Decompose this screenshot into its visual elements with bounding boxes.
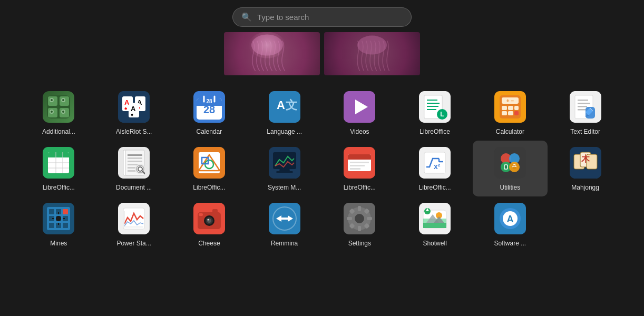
app-texteditor[interactable]: Text Editor <box>548 85 623 141</box>
app-language[interactable]: A 文 Language ... <box>247 85 322 141</box>
wallpaper-previews <box>0 32 644 75</box>
app-label-additional: Additional... <box>42 128 75 135</box>
app-mahjongg[interactable]: 木 Mahjongg <box>548 141 623 196</box>
app-icon-software: A <box>493 202 527 235</box>
svg-point-8 <box>62 99 64 101</box>
wallpaper-thumb-1[interactable] <box>224 32 320 75</box>
app-label-software: Software ... <box>494 240 526 247</box>
svg-rect-161 <box>347 217 352 220</box>
app-icon-powerstat <box>117 202 151 235</box>
app-cheese[interactable]: Cheese <box>172 196 247 252</box>
svg-text:x²: x² <box>434 162 441 171</box>
svg-point-134 <box>56 216 61 221</box>
app-label-lo-calc: LibreOffic... <box>43 184 75 191</box>
app-label-lo-math: LibreOffic... <box>419 184 451 191</box>
app-lo-impress[interactable]: LibreOffic... <box>322 141 397 196</box>
app-videos[interactable]: Videos <box>322 85 397 141</box>
svg-rect-170 <box>423 223 446 228</box>
app-icon-remmina <box>268 202 301 235</box>
svg-rect-59 <box>578 106 587 107</box>
svg-rect-42 <box>427 109 436 110</box>
app-label-sysmon: System M... <box>268 184 301 191</box>
svg-text:B: B <box>58 157 61 161</box>
app-lo-draw[interactable]: LibreOffic... <box>172 141 247 196</box>
svg-rect-131 <box>49 223 54 228</box>
app-powerstat[interactable]: Power Sta... <box>96 196 172 252</box>
app-icon-lo-math: x² <box>418 146 452 180</box>
app-sysmon[interactable]: System M... <box>247 141 322 196</box>
search-input[interactable] <box>257 13 403 22</box>
app-icon-calculator: + − <box>493 90 527 124</box>
svg-point-158 <box>355 214 364 223</box>
svg-rect-150 <box>199 213 203 216</box>
app-label-lo-impress: LibreOffic... <box>344 184 376 191</box>
app-calculator[interactable]: + − Calculator <box>473 85 548 141</box>
app-icon-lo-draw <box>192 146 226 180</box>
svg-rect-80 <box>128 157 142 159</box>
app-remmina[interactable]: Remmina <box>247 196 322 252</box>
app-label-utilities: Utilities <box>500 184 521 191</box>
svg-rect-104 <box>350 168 360 170</box>
app-label-mahjongg: Mahjongg <box>571 184 599 191</box>
apps-grid-row1: Additional... A ♠ A ♥ A ♦ AisleRiot S... <box>0 85 644 141</box>
svg-rect-127 <box>63 209 68 214</box>
app-mines[interactable]: Mines <box>21 196 96 252</box>
svg-rect-49 <box>502 106 507 110</box>
svg-point-148 <box>207 219 209 221</box>
svg-rect-79 <box>128 154 142 156</box>
app-lo-math[interactable]: x² LibreOffic... <box>397 141 473 196</box>
app-label-shotwell: Shotwell <box>423 240 446 247</box>
wallpaper-thumb-2[interactable] <box>324 32 420 75</box>
app-icon-utilities <box>493 146 527 180</box>
app-lo-calc[interactable]: A B C LibreOffic... <box>21 141 96 196</box>
app-icon-texteditor <box>569 90 602 124</box>
app-icon-lo-calc: A B C <box>42 146 75 180</box>
app-icon-shotwell <box>418 202 452 235</box>
app-icon-mines <box>42 202 75 235</box>
app-label-lo-draw: LibreOffic... <box>193 184 225 191</box>
svg-rect-155 <box>281 218 288 220</box>
svg-point-6 <box>51 99 53 101</box>
svg-rect-125 <box>49 209 54 214</box>
svg-rect-50 <box>508 106 513 110</box>
app-icon-videos <box>343 90 376 124</box>
svg-rect-149 <box>212 209 218 213</box>
app-label-powerstat: Power Sta... <box>116 240 151 247</box>
app-utilities[interactable]: Utilities <box>473 141 548 196</box>
svg-rect-101 <box>348 158 371 160</box>
svg-rect-57 <box>578 100 588 101</box>
svg-rect-51 <box>514 106 519 110</box>
svg-rect-39 <box>427 100 437 101</box>
app-label-document: Document ... <box>116 184 152 191</box>
svg-text:28: 28 <box>203 104 215 115</box>
search-bar: 🔍 <box>232 7 412 27</box>
app-calendar[interactable]: 28 28 Calendar <box>172 85 247 141</box>
app-label-calculator: Calculator <box>496 128 524 135</box>
svg-rect-96 <box>279 169 290 171</box>
app-document[interactable]: Document ... <box>96 141 172 196</box>
app-label-cheese: Cheese <box>198 240 220 247</box>
svg-text:A: A <box>51 157 53 161</box>
svg-rect-54 <box>514 111 519 115</box>
apps-grid-row3: Mines Power Sta... <box>0 196 644 252</box>
app-icon-cheese <box>192 202 226 235</box>
app-label-language: Language ... <box>267 128 302 135</box>
app-aisleriot[interactable]: A ♠ A ♥ A ♦ AisleRiot S... <box>96 85 172 141</box>
svg-text:♦: ♦ <box>131 112 133 117</box>
svg-text:木: 木 <box>581 154 590 163</box>
app-label-calendar: Calendar <box>197 128 222 135</box>
svg-point-10 <box>51 111 53 113</box>
app-software[interactable]: A Software ... <box>473 196 548 252</box>
app-icon-settings <box>343 202 376 235</box>
app-label-libreoffice: LibreOffice <box>419 128 450 135</box>
app-icon-language: A 文 <box>268 90 301 124</box>
app-icon-aisleriot: A ♠ A ♥ A ♦ <box>117 90 151 124</box>
svg-rect-52 <box>502 111 507 115</box>
app-label-settings: Settings <box>348 240 371 247</box>
app-additional[interactable]: Additional... <box>21 85 96 141</box>
app-settings[interactable]: Settings <box>322 196 397 252</box>
app-icon-document <box>117 146 151 180</box>
app-libreoffice[interactable]: L LibreOffice <box>397 85 473 141</box>
svg-rect-40 <box>427 103 440 104</box>
app-shotwell[interactable]: Shotwell <box>397 196 473 252</box>
